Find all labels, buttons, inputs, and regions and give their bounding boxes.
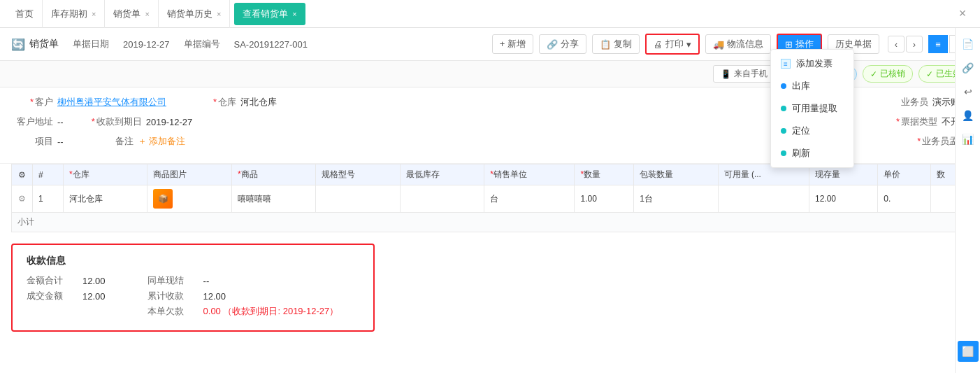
outbound-label: 出库: [792, 80, 810, 92]
available-qty-item[interactable]: 可用量提取: [771, 97, 853, 120]
address-label: 客户地址: [11, 115, 53, 128]
col-price: 单价: [878, 164, 931, 185]
available-qty-label: 可用量提取: [792, 102, 837, 115]
sidebar-user-icon[interactable]: 👤: [958, 105, 979, 126]
summary-title: 收款信息: [27, 255, 359, 267]
plus-icon: ＋: [138, 136, 147, 146]
refresh-item[interactable]: 刷新: [771, 142, 853, 164]
summary-cumulative-row: 累计收款 12.00: [147, 290, 339, 302]
tab-bar: 首页 库存期初 × 销货单 × 销货单历史 × 查看销货单 × ×: [0, 0, 980, 28]
due-date-field: 收款到期日 2019-12-27: [92, 115, 193, 128]
verified-icon: ✓: [870, 69, 877, 79]
row-image-cell: 📦: [147, 185, 231, 213]
owed-value: 0.00 （收款到期日: 2019-12-27）: [203, 305, 339, 318]
staff2-label: 业务员孟: [916, 135, 958, 148]
available-qty-dot: [781, 106, 786, 111]
print-icon: 🖨: [654, 39, 663, 50]
summary-col-left: 金额合计 12.00 成交金额 12.00: [27, 274, 106, 321]
row-unit-cell: 台: [484, 185, 575, 213]
window-close-button[interactable]: ×: [952, 3, 973, 24]
verified-btn[interactable]: ✓ 已核销: [863, 65, 913, 83]
add-invoice-label: 添加发票: [796, 57, 833, 70]
tab-sale-history[interactable]: 销货单历史 ×: [159, 0, 230, 28]
tab-sale-history-close[interactable]: ×: [217, 10, 221, 18]
sidebar-doc-icon[interactable]: 📄: [958, 34, 979, 55]
operation-icon: ⊞: [785, 39, 793, 50]
deal-label: 成交金额: [27, 290, 75, 302]
sidebar-return-icon[interactable]: ↩: [958, 81, 979, 102]
tab-inventory[interactable]: 库存期初 ×: [43, 0, 105, 28]
row-product-cell: 嘻嘻嘻嘻: [231, 185, 315, 213]
customer-label: 客户: [11, 96, 53, 108]
same-settle-label: 同单现结: [147, 274, 196, 287]
row-settings-cell: ⚙: [12, 185, 33, 213]
locate-label: 定位: [792, 125, 810, 137]
due-date-value: 2019-12-27: [146, 117, 193, 127]
sidebar-chart-icon[interactable]: 📊: [958, 129, 979, 150]
tab-home[interactable]: 首页: [7, 0, 43, 28]
add-remark-btn[interactable]: ＋ 添加备注: [138, 135, 186, 148]
prev-arrow[interactable]: ‹: [888, 36, 905, 52]
address-value: --: [57, 117, 64, 127]
due-date-label: 收款到期日: [92, 115, 142, 128]
summary-owed-row: 本单欠款 0.00 （收款到期日: 2019-12-27）: [147, 305, 339, 318]
doc-title: 🔄 销货单: [11, 38, 59, 51]
table-row: ⚙ 1 河北仓库 📦 嘻嘻嘻嘻 台 1.00 1台: [12, 185, 969, 213]
col-image: 商品图片: [147, 164, 231, 185]
print-button[interactable]: 🖨 打印 ▾: [645, 34, 700, 55]
tab-sale[interactable]: 销货单 ×: [105, 0, 158, 28]
add-invoice-item[interactable]: ≡ 添加发票: [771, 52, 853, 75]
list-view-toggle[interactable]: ≡: [928, 35, 948, 53]
doc-title-text: 销货单: [29, 38, 59, 50]
tab-inventory-close[interactable]: ×: [92, 10, 96, 18]
tab-sale-close[interactable]: ×: [145, 10, 149, 18]
project-value: --: [57, 136, 64, 147]
right-sidebar: 📄 🔗 ↩ 👤 📊 ⬜: [955, 28, 980, 373]
summary-same-settle-row: 同单现结 --: [147, 274, 339, 287]
date-label: 单据日期: [73, 38, 109, 50]
share-button[interactable]: 🔗 分享: [539, 34, 586, 54]
subtotal-row: 小计: [12, 213, 969, 232]
next-arrow[interactable]: ›: [906, 36, 923, 52]
sidebar-link-icon[interactable]: 🔗: [958, 57, 979, 78]
number-value: SA-20191227-001: [234, 39, 308, 50]
remark-label: 备注: [92, 135, 134, 148]
staff-label: 业务员: [886, 96, 928, 108]
copy-button[interactable]: 📋 复制: [592, 34, 640, 54]
summary-total-row: 金额合计 12.00: [27, 274, 106, 287]
locate-item[interactable]: 定位: [771, 120, 853, 142]
outbound-dot: [781, 83, 786, 89]
outbound-item[interactable]: 出库: [771, 75, 853, 97]
refresh-dot: [781, 150, 786, 156]
sidebar-expand-icon[interactable]: ⬜: [958, 341, 979, 362]
remark-field: 备注 ＋ 添加备注: [92, 135, 186, 148]
col-model: 规格型号: [316, 164, 400, 185]
same-settle-value: --: [203, 276, 210, 286]
project-label: 项目: [11, 135, 53, 148]
tab-view-sale-close[interactable]: ×: [292, 10, 296, 18]
logistics-button[interactable]: 🚚 物流信息: [705, 34, 771, 54]
col-settings: ⚙: [12, 164, 33, 185]
row-warehouse-cell: 河北仓库: [63, 185, 147, 213]
customer-field: 客户 柳州粤港平安气体有限公司: [11, 96, 166, 108]
table-scroll: ⚙ # *仓库 商品图片 *商品 规格型号 最低库存 *销售单位 *数量 包装数…: [11, 164, 969, 232]
row-model-cell: [316, 185, 400, 213]
row-index-cell: 1: [33, 185, 64, 213]
table-section: ⚙ # *仓库 商品图片 *商品 规格型号 最低库存 *销售单位 *数量 包装数…: [0, 164, 980, 238]
warehouse-label: 仓库: [194, 96, 236, 108]
owed-label: 本单欠款: [147, 305, 196, 318]
customer-value[interactable]: 柳州粤港平安气体有限公司: [57, 96, 166, 108]
refresh-label: 刷新: [792, 147, 810, 160]
doc-meta: 单据日期 2019-12-27 单据编号 SA-20191227-001: [73, 38, 308, 50]
logistics-icon: 🚚: [713, 39, 724, 50]
new-button[interactable]: + 新增: [492, 34, 533, 54]
date-value: 2019-12-27: [123, 39, 170, 50]
subtotal-cell: 小计: [12, 213, 969, 232]
col-unit: *销售单位: [484, 164, 575, 185]
gear-icon: ⚙: [18, 194, 26, 204]
row-pack-qty-cell: 1台: [634, 185, 718, 213]
tab-view-sale[interactable]: 查看销货单 ×: [234, 3, 305, 25]
from-phone-btn[interactable]: 📱 来自手机: [713, 65, 775, 83]
cumulative-label: 累计收款: [147, 290, 196, 302]
share-icon: 🔗: [547, 39, 558, 50]
